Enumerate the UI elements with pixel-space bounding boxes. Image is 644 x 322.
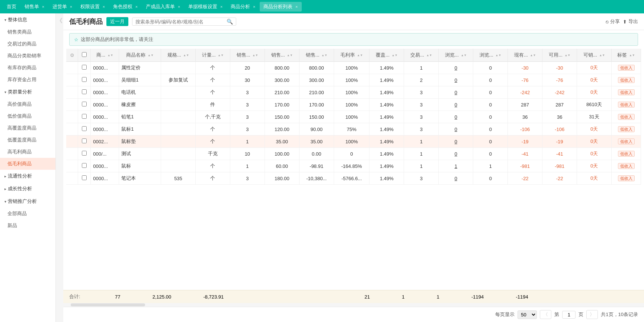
table-container[interactable]: ⚙ 商... ▲▼ 商品名称 ▲▼ 规格... ▲▼ 计量... ▲▼ 销售..… bbox=[63, 49, 644, 290]
sidebar-section-circulation[interactable]: ▸ 流通性分析 bbox=[0, 170, 55, 182]
close-icon[interactable]: × bbox=[295, 4, 298, 9]
row-view1[interactable]: 0 bbox=[439, 111, 473, 123]
col-view1[interactable]: 浏览... ▲▼ bbox=[439, 49, 473, 62]
share-button[interactable]: ⎋ 分享 bbox=[606, 18, 620, 25]
col-settings[interactable]: ⚙ bbox=[66, 49, 78, 62]
row-view1[interactable]: 0 bbox=[439, 62, 473, 74]
row-select-checkbox[interactable] bbox=[82, 77, 87, 82]
view1-link[interactable]: 0 bbox=[455, 65, 457, 71]
prev-page-btn[interactable]: 〈 bbox=[540, 310, 551, 319]
col-view2[interactable]: 浏览... ▲▼ bbox=[473, 49, 508, 62]
sidebar-item-high-coverage[interactable]: 高覆盖度商品 bbox=[0, 122, 55, 134]
search-icon[interactable]: 🔍 bbox=[227, 19, 233, 25]
sidebar-item-new-goods[interactable]: 新品 bbox=[0, 220, 55, 232]
nav-item-permission[interactable]: 权限设置 × bbox=[77, 2, 109, 12]
col-sales-amount[interactable]: 销售... ▲▼ bbox=[299, 49, 334, 62]
row-checkbox[interactable] bbox=[78, 62, 91, 74]
row-checkbox[interactable] bbox=[78, 111, 91, 123]
horizontal-scrollbar[interactable] bbox=[63, 303, 644, 307]
close-icon[interactable]: × bbox=[70, 4, 72, 9]
row-checkbox[interactable] bbox=[78, 160, 91, 172]
row-select-checkbox[interactable] bbox=[82, 65, 87, 70]
col-checkbox[interactable] bbox=[78, 49, 91, 62]
col-code[interactable]: 商... ▲▼ bbox=[91, 49, 119, 62]
row-checkbox[interactable] bbox=[78, 148, 91, 160]
nav-item-sales[interactable]: 销售单 × bbox=[21, 2, 48, 12]
sidebar-section-overview[interactable]: ▾ 整体信息 bbox=[0, 13, 55, 26]
close-icon[interactable]: × bbox=[253, 4, 255, 9]
view1-link[interactable]: 0 bbox=[455, 151, 457, 157]
row-view1[interactable]: 0 bbox=[439, 86, 473, 99]
col-stock[interactable]: 现有... ▲▼ bbox=[508, 49, 542, 62]
col-coverage[interactable]: 覆盖... ▲▼ bbox=[369, 49, 404, 62]
sidebar-item-all-goods[interactable]: 全部商品 bbox=[0, 208, 55, 220]
col-unit[interactable]: 计量... ▲▼ bbox=[195, 49, 230, 62]
nav-item-product[interactable]: 产成品入库单 × bbox=[142, 2, 184, 12]
row-select-checkbox[interactable] bbox=[82, 163, 87, 168]
row-select-checkbox[interactable] bbox=[82, 89, 87, 94]
nav-item-home[interactable]: 首页 bbox=[3, 2, 20, 12]
row-checkbox[interactable] bbox=[78, 123, 91, 136]
export-button[interactable]: ⬆ 导出 bbox=[623, 18, 638, 25]
sidebar-item-traded-goods[interactable]: 交易过的商品 bbox=[0, 38, 55, 50]
sidebar-section-marketing[interactable]: ▾ 营销推广分析 bbox=[0, 195, 55, 208]
sidebar-item-sales-goods[interactable]: 销售类商品 bbox=[0, 26, 55, 38]
next-page-btn[interactable]: 〉 bbox=[586, 310, 598, 319]
col-spec[interactable]: 规格... ▲▼ bbox=[161, 49, 196, 62]
view1-link[interactable]: 0 bbox=[455, 90, 457, 95]
nav-item-role[interactable]: 角色授权 × bbox=[109, 2, 141, 12]
row-checkbox[interactable] bbox=[78, 86, 91, 99]
row-view1[interactable]: 0 bbox=[439, 123, 473, 136]
settings-icon[interactable]: ⚙ bbox=[70, 52, 74, 58]
row-select-checkbox[interactable] bbox=[82, 138, 87, 143]
close-icon[interactable]: × bbox=[103, 4, 105, 9]
row-select-checkbox[interactable] bbox=[82, 114, 87, 119]
row-select-checkbox[interactable] bbox=[82, 151, 87, 156]
filter-btn[interactable]: 近一月 bbox=[106, 17, 128, 26]
col-transaction[interactable]: 交易... ▲▼ bbox=[404, 49, 439, 62]
per-page-select[interactable]: 50 100 200 bbox=[518, 310, 537, 319]
nav-item-purchase[interactable]: 进货单 × bbox=[49, 2, 76, 12]
row-select-checkbox[interactable] bbox=[82, 175, 87, 180]
scrollbar-thumb[interactable] bbox=[71, 303, 145, 306]
sidebar-item-low-margin[interactable]: 低毛利商品 bbox=[0, 158, 55, 170]
row-view1[interactable]: 0 bbox=[439, 148, 473, 160]
view1-link[interactable]: 0 bbox=[455, 139, 457, 144]
col-available[interactable]: 可用... ▲▼ bbox=[542, 49, 577, 62]
select-all-checkbox[interactable] bbox=[82, 52, 87, 57]
sidebar-collapse-btn[interactable]: 《 bbox=[56, 13, 63, 322]
view1-link[interactable]: 0 bbox=[455, 102, 457, 108]
close-icon[interactable]: × bbox=[42, 4, 44, 9]
col-gross-margin[interactable]: 毛利率 ▲▼ bbox=[334, 49, 369, 62]
col-sales-price[interactable]: 销售... ▲▼ bbox=[265, 49, 299, 62]
close-icon[interactable]: × bbox=[220, 4, 222, 9]
nav-item-analysis-list[interactable]: 商品分析列表 × bbox=[260, 2, 301, 12]
row-checkbox[interactable] bbox=[78, 136, 91, 148]
col-sales-qty[interactable]: 销售... ▲▼ bbox=[230, 49, 265, 62]
row-view1[interactable]: 0 bbox=[439, 136, 473, 148]
sidebar-item-capital[interactable]: 库存资金占用 bbox=[0, 74, 55, 86]
sidebar-item-low-value[interactable]: 低价值商品 bbox=[0, 110, 55, 122]
row-select-checkbox[interactable] bbox=[82, 102, 87, 106]
row-select-checkbox[interactable] bbox=[82, 126, 87, 131]
sidebar-item-high-value[interactable]: 高价值商品 bbox=[0, 98, 55, 110]
row-view1[interactable]: 0 bbox=[439, 99, 473, 111]
close-icon[interactable]: × bbox=[178, 4, 180, 9]
sidebar-item-high-margin[interactable]: 高毛利商品 bbox=[0, 146, 55, 158]
row-view1[interactable]: 0 bbox=[439, 74, 473, 86]
view1-link[interactable]: 0 bbox=[455, 176, 457, 181]
close-icon[interactable]: × bbox=[135, 4, 138, 9]
col-sellable[interactable]: 可销... ▲▼ bbox=[577, 49, 612, 62]
nav-item-analysis[interactable]: 商品分析 × bbox=[227, 2, 259, 12]
search-input[interactable] bbox=[135, 19, 227, 25]
sidebar-item-in-stock[interactable]: 有库存的商品 bbox=[0, 62, 55, 74]
col-tag[interactable]: 标签 ▲▼ bbox=[612, 49, 641, 62]
row-checkbox[interactable] bbox=[78, 99, 91, 111]
view1-link[interactable]: 1 bbox=[455, 163, 457, 169]
sidebar-item-low-coverage[interactable]: 低覆盖度商品 bbox=[0, 134, 55, 146]
sidebar-item-category-rate[interactable]: 商品分类助销率 bbox=[0, 50, 55, 62]
sidebar-section-growth[interactable]: ▸ 成长性分析 bbox=[0, 182, 55, 195]
row-view1[interactable]: 1 bbox=[439, 160, 473, 172]
view1-link[interactable]: 0 bbox=[455, 114, 457, 120]
page-num-input[interactable] bbox=[562, 311, 576, 319]
